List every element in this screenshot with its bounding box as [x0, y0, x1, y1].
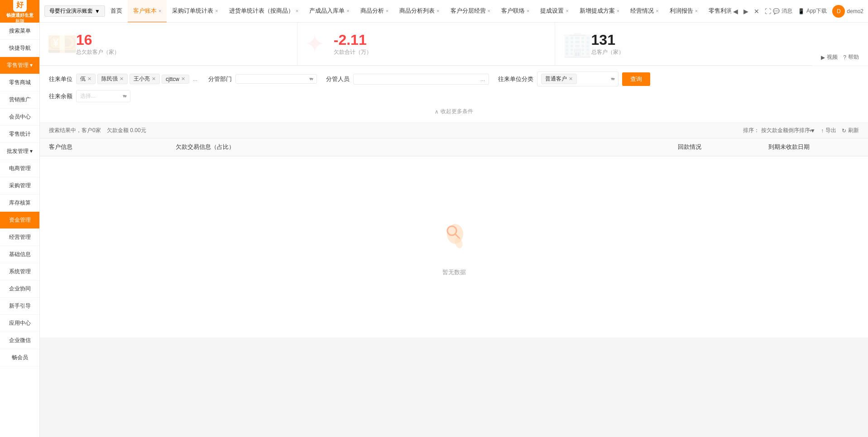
- nav-tab-10[interactable]: 新增提成方案×: [574, 0, 625, 23]
- col-customer-info: 客户信息: [49, 143, 176, 151]
- stat-bg-icon-2: ✦: [304, 29, 325, 58]
- stat-label-3: 总客户（家）: [591, 48, 799, 56]
- nav-tab-close-1[interactable]: ×: [158, 8, 161, 14]
- stat-number-2: -2.11: [334, 32, 541, 48]
- sidebar-item-6[interactable]: 零售统计: [0, 126, 39, 143]
- sidebar-item-2[interactable]: 零售管理 ▾: [0, 57, 39, 74]
- user-avatar: D: [832, 5, 845, 18]
- nav-tab-close-2[interactable]: ×: [215, 8, 218, 14]
- nav-close-all[interactable]: ✕: [752, 7, 761, 16]
- nav-tab-11[interactable]: 经营情况×: [625, 0, 664, 23]
- nav-tab-close-4[interactable]: ×: [346, 8, 349, 14]
- sidebar-item-0[interactable]: 搜索菜单: [0, 23, 39, 40]
- message-button[interactable]: 💬 消息: [773, 7, 792, 15]
- nav-tab-9[interactable]: 提成设置×: [535, 0, 574, 23]
- nav-tab-close-12[interactable]: ×: [695, 8, 698, 14]
- balance-select-wrap[interactable]: 选择... ▼: [76, 90, 130, 102]
- sidebar-item-19[interactable]: 畅会员: [0, 349, 39, 366]
- unit-class-select-wrap[interactable]: 普通客户 ✕ ▼: [537, 71, 619, 86]
- nav-tab-close-9[interactable]: ×: [566, 8, 568, 14]
- nav-tab-close-7[interactable]: ×: [488, 8, 490, 14]
- filter-tag-chen[interactable]: 陈民强 ✕: [97, 74, 128, 84]
- nav-tab-1[interactable]: 客户账本×: [128, 0, 167, 23]
- sidebar-item-15[interactable]: 企业协同: [0, 280, 39, 298]
- person-filter-input[interactable]: ...: [353, 74, 489, 85]
- video-button[interactable]: ▶ 视频: [821, 53, 838, 61]
- sidebar-item-5[interactable]: 会员中心: [0, 109, 39, 126]
- filter-tag-wa-remove[interactable]: ✕: [87, 76, 91, 82]
- sidebar-item-10[interactable]: 库存核算: [0, 195, 39, 212]
- nav-tab-4[interactable]: 产成品入库单×: [304, 0, 355, 23]
- query-button[interactable]: 查询: [622, 72, 650, 86]
- unit-class-label: 往来单位分类: [498, 75, 533, 83]
- sidebar-item-13[interactable]: 基础信息: [0, 246, 39, 263]
- nav-tab-close-11[interactable]: ×: [656, 8, 658, 14]
- sidebar-item-16[interactable]: 新手引导: [0, 298, 39, 315]
- filter-tag-wang[interactable]: 王小亮 ✕: [129, 74, 160, 84]
- sort-select-wrap: 排序： 按欠款金额倒序排序 ▼: [743, 127, 815, 134]
- nav-tab-close-6[interactable]: ×: [436, 8, 439, 14]
- nav-tab-2[interactable]: 采购订单统计表×: [167, 0, 223, 23]
- unit-class-tag[interactable]: 普通客户 ✕: [541, 74, 577, 84]
- refresh-button[interactable]: ↻ 刷新: [842, 127, 859, 134]
- stats-cards: 💴 16 总欠款客户（家） ✦ -2.11 欠款合计（万） 🏢: [40, 23, 812, 66]
- stats-actions: ▶ 视频 ? 帮助: [812, 23, 868, 66]
- sidebar-item-14[interactable]: 系统管理: [0, 263, 39, 280]
- nav-tab-7[interactable]: 客户分层经营×: [445, 0, 496, 23]
- user-menu[interactable]: D demo2: [832, 5, 863, 18]
- stat-card-amount: ✦ -2.11 欠款合计（万）: [297, 23, 555, 65]
- balance-placeholder: 选择...: [80, 92, 96, 100]
- person-dots[interactable]: ...: [480, 76, 485, 82]
- dept-select-wrap[interactable]: ▼: [235, 74, 317, 84]
- results-bar: 搜索结果中，客户0家 欠款金额 0.00元 排序： 按欠款金额倒序排序 ▼ ↑ …: [40, 123, 868, 138]
- empty-state: 暂无数据: [436, 182, 472, 313]
- logo-icon: 好: [13, 0, 27, 12]
- sidebar-item-8[interactable]: 电商管理: [0, 160, 39, 177]
- sidebar-item-3[interactable]: 零售商城: [0, 74, 39, 91]
- nav-maximize[interactable]: ⛶: [763, 7, 773, 16]
- sidebar-item-4[interactable]: 营销推广: [0, 91, 39, 109]
- filter-tag-chen-remove[interactable]: ✕: [120, 76, 124, 82]
- stat-label-2: 欠款合计（万）: [334, 48, 541, 56]
- nav-tab-3[interactable]: 进货单统计表（按商品）×: [224, 0, 304, 23]
- filter-tag-cjttcw[interactable]: cjttcw ✕: [162, 75, 189, 84]
- sort-option: 按欠款金额倒序排序: [761, 127, 810, 134]
- nav-tab-label-2: 采购订单统计表: [172, 7, 213, 15]
- collapse-button[interactable]: ∧ 收起更多条件: [435, 106, 473, 117]
- help-button[interactable]: ? 帮助: [843, 53, 859, 61]
- nav-prev-arrow[interactable]: ◀: [731, 7, 740, 16]
- sidebar-item-1[interactable]: 快捷导航: [0, 40, 39, 57]
- nav-tab-close-10[interactable]: ×: [617, 8, 619, 14]
- stat-number-1: 16: [76, 32, 283, 48]
- filter-tag-wa[interactable]: 佤 ✕: [76, 74, 96, 84]
- app-download-button[interactable]: 📱 App下载: [798, 7, 827, 15]
- nav-tab-5[interactable]: 商品分析×: [355, 0, 394, 23]
- account-dropdown[interactable]: 母婴行业演示账套 ▼: [44, 5, 105, 17]
- filter-tag-cjttcw-remove[interactable]: ✕: [181, 76, 185, 82]
- filter-area: 往来单位 佤 ✕ 陈民强 ✕ 王小亮 ✕ cjttcw: [40, 66, 868, 123]
- empty-icon: [436, 218, 472, 263]
- sidebar-item-12[interactable]: 经营管理: [0, 229, 39, 246]
- sidebar-item-9[interactable]: 采购管理: [0, 177, 39, 195]
- sidebar-item-11[interactable]: 资金管理: [0, 212, 39, 229]
- nav-tab-8[interactable]: 客户联络×: [496, 0, 535, 23]
- page-content: 💴 16 总欠款客户（家） ✦ -2.11 欠款合计（万） 🏢: [40, 23, 868, 437]
- filter-more-btn[interactable]: ...: [191, 75, 199, 83]
- sidebar-item-18[interactable]: 企业微信: [0, 332, 39, 349]
- sidebar-item-7[interactable]: 批发管理 ▾: [0, 143, 39, 160]
- nav-tab-0[interactable]: 首页: [105, 0, 128, 23]
- sidebar-item-17[interactable]: 应用中心: [0, 315, 39, 332]
- filter-tag-wang-remove[interactable]: ✕: [152, 76, 156, 82]
- nav-next-arrow[interactable]: ▶: [742, 7, 750, 16]
- nav-tab-close-3[interactable]: ×: [296, 8, 298, 14]
- export-button[interactable]: ↑ 导出: [821, 127, 836, 134]
- nav-tab-13[interactable]: 零售利润（×: [703, 0, 731, 23]
- nav-tab-close-8[interactable]: ×: [527, 8, 529, 14]
- account-name: 母婴行业演示账套: [49, 7, 93, 15]
- nav-tab-close-5[interactable]: ×: [386, 8, 388, 14]
- unit-class-tag-remove[interactable]: ✕: [569, 76, 573, 82]
- nav-tab-6[interactable]: 商品分析列表×: [394, 0, 445, 23]
- results-text: 搜索结果中，客户0家: [49, 127, 101, 133]
- sort-select[interactable]: 按欠款金额倒序排序 ▼: [761, 127, 815, 134]
- nav-tab-12[interactable]: 利润报告×: [664, 0, 703, 23]
